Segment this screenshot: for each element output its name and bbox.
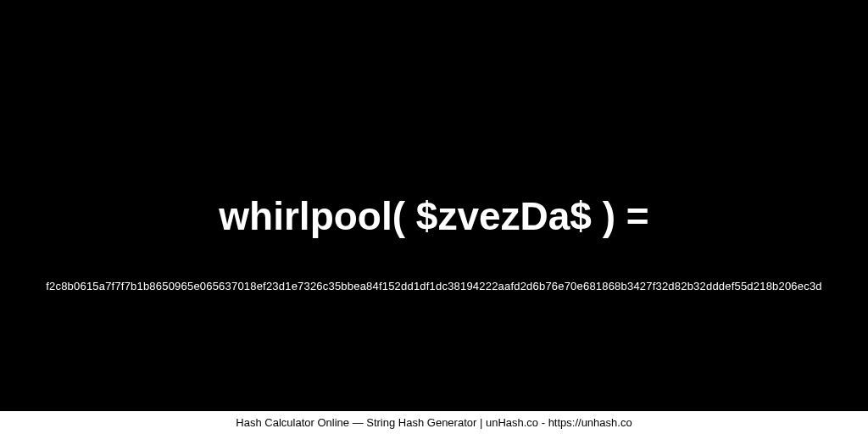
hash-expression: whirlpool( $zvezDa$ ) =	[219, 193, 648, 239]
hash-output: f2c8b0615a7f7f7b1b8650965e065637018ef23d…	[46, 280, 822, 292]
footer-bar: Hash Calculator Online — String Hash Gen…	[0, 411, 868, 434]
main-content: whirlpool( $zvezDa$ ) = f2c8b0615a7f7f7b…	[0, 0, 868, 434]
footer-text: Hash Calculator Online — String Hash Gen…	[236, 416, 632, 429]
